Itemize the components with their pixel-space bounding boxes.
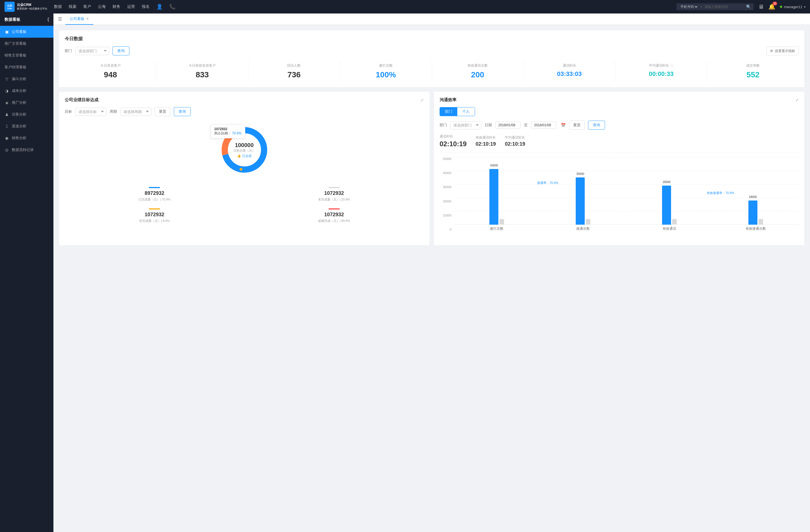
nav-person-icon[interactable]: 👤	[156, 4, 163, 10]
channel-label: 渠道分析	[12, 124, 27, 129]
tab-bar: ☰ 公司看板 ✕	[53, 14, 810, 25]
x-label-connect: 接通次数	[540, 226, 626, 231]
donut-chart: 1072932 所占比例： 70.9%	[216, 122, 273, 178]
nav-phone-icon[interactable]: 📞	[169, 4, 176, 10]
bar-dial-gray	[500, 219, 504, 225]
bar-chart: 50000 40000 30000 20000 10000 0	[440, 157, 799, 239]
bar-group-dial: 43000	[454, 157, 540, 225]
exceeded-line	[328, 209, 340, 210]
exceeded-value: 1072932	[247, 212, 422, 218]
channel-icon: ⑄	[4, 124, 9, 129]
setting-icon: ⚙	[770, 49, 773, 53]
stat-dial-label: 拨打次数	[343, 63, 428, 68]
sidebar-item-promo-analysis[interactable]: ◈ 推广分析	[0, 97, 53, 109]
goal-target-select[interactable]: 请选择目标	[75, 108, 106, 116]
donut-chart-container: 1072932 所占比例： 70.9%	[65, 122, 424, 178]
y-axis: 50000 40000 30000 20000 10000 0	[440, 157, 453, 231]
comm-expand-btn[interactable]: ⤢	[795, 98, 799, 102]
bar-connect-blue: 35000	[576, 178, 585, 225]
promo-analysis-label: 推广分析	[12, 100, 27, 105]
stat-effective-first-label: 今日有效首咨客户	[160, 63, 244, 68]
stat-effective-first-value: 833	[160, 70, 244, 79]
bar-connect-main: 35000	[576, 178, 585, 225]
search-button[interactable]: 🔍	[746, 4, 751, 9]
sidebar-item-cost[interactable]: ◑ 成本分析	[0, 85, 53, 97]
comm-call-duration-stat: 通话时长 02:10:19	[440, 134, 467, 148]
personal-tab-btn[interactable]: 个人	[457, 107, 475, 116]
stat-revisit-label: 回访人数	[252, 63, 336, 68]
y-label-10000: 10000	[440, 214, 453, 217]
nav-data[interactable]: 数据	[54, 4, 62, 9]
goal-period-label: 周期	[110, 109, 117, 114]
help-icon[interactable]: ⓘ	[670, 63, 674, 68]
funnel-label: 漏斗分析	[12, 77, 27, 82]
comm-dept-label: 部门	[440, 122, 447, 128]
comm-date-from[interactable]	[495, 121, 521, 129]
stat-effective-calls-label: 有效通话次数	[435, 63, 520, 68]
sidebar-item-manager-board[interactable]: 客户经理看板	[0, 61, 53, 73]
search-type-select[interactable]: 手机号码	[679, 4, 698, 9]
should-complete-value: 1072932	[67, 212, 242, 218]
comm-panel: 沟通效率 ⤢ 部门 个人 部门 请选择部门	[434, 92, 804, 245]
sidebar-item-funnel[interactable]: ▽ 漏斗分析	[0, 73, 53, 85]
search-input[interactable]	[704, 5, 744, 9]
tab-close-btn[interactable]: ✕	[86, 17, 89, 21]
sidebar-item-data-flow[interactable]: ◎ 数据流转记录	[0, 144, 53, 156]
goal-reset-btn[interactable]: 重置	[155, 107, 171, 116]
sidebar-title: 数据看板	[4, 17, 20, 22]
stat-deals-label: 成交单数	[711, 63, 795, 68]
comm-effective-value: 02:10:19	[475, 141, 496, 147]
nav-items: 数据 线索 客户 公海 财务 运营 报名 👤 📞	[54, 4, 676, 10]
sidebar-item-sales-analysis[interactable]: ◉ 销售分析	[0, 132, 53, 144]
comm-date-to[interactable]	[531, 121, 556, 129]
user-dropdown-icon[interactable]: ▾	[804, 5, 806, 9]
tab-menu-toggle[interactable]: ☰	[58, 16, 62, 22]
donut-center: 100000 目标总量（元） 👍 已达成	[233, 142, 255, 158]
goal-period-select[interactable]: 请选择周期	[120, 108, 151, 116]
nav-customers[interactable]: 客户	[83, 4, 91, 9]
y-label-0: 0	[440, 228, 453, 231]
nav-sea[interactable]: 公海	[98, 4, 106, 9]
visitor-label: 访客分析	[12, 112, 27, 117]
goal-query-btn[interactable]: 查询	[174, 107, 191, 116]
today-data-card: 今日数据 部门 请选择部门 查询 ⚙ 设置显示指标	[59, 30, 804, 87]
goal-expand-btn[interactable]: ⤢	[420, 98, 424, 102]
nav-operations[interactable]: 运营	[127, 4, 135, 9]
bar-pair-eff-connect: 18000	[715, 200, 796, 225]
sidebar-item-sales-board[interactable]: 销售主管看板	[0, 49, 53, 61]
comm-call-duration-value: 02:10:19	[440, 140, 467, 148]
donut-achievement-badge: 👍 已达成	[233, 154, 255, 158]
comm-call-duration-label: 通话时长	[440, 134, 467, 139]
tooltip-value: 1072932	[214, 127, 242, 131]
data-flow-label: 数据流转记录	[12, 147, 34, 152]
nav-leads[interactable]: 线索	[69, 4, 77, 9]
notification-icon[interactable]: 🔔 5	[768, 3, 775, 10]
comm-avg-value: 02:10:19	[505, 141, 525, 147]
user-info[interactable]: manager11 ▾	[780, 5, 806, 9]
bar-dial-blue: 43000	[489, 169, 498, 225]
sidebar-header: 数据看板 ⟨	[0, 14, 53, 26]
nav-finance[interactable]: 财务	[113, 4, 120, 9]
sidebar-item-channel[interactable]: ⑄ 渠道分析	[0, 120, 53, 132]
calendar-icon[interactable]: 📅	[561, 123, 566, 127]
sidebar-item-company-board[interactable]: ▣ 公司看板	[0, 26, 53, 38]
today-query-btn[interactable]: 查询	[113, 46, 129, 55]
stat-avg-duration-label: 平均通话时长 ⓘ	[619, 63, 703, 68]
sidebar-item-promo-board[interactable]: 推广主管看板	[0, 38, 53, 49]
dept-tab-btn[interactable]: 部门	[440, 107, 457, 116]
sales-analysis-icon: ◉	[4, 136, 9, 140]
comm-avg-stat: 平均通话时长 02:10:19	[505, 135, 525, 147]
bar-eff-connect-blue: 18000	[748, 200, 757, 225]
monitor-icon[interactable]: 🖥	[758, 4, 764, 10]
dept-select[interactable]: 请选择部门	[75, 47, 109, 55]
stat-first-consult-value: 948	[68, 70, 153, 79]
tab-company-board[interactable]: 公司看板 ✕	[65, 14, 93, 25]
comm-dept-select[interactable]: 请选择部门	[450, 121, 481, 129]
bar-pair-dial: 43000	[456, 169, 538, 225]
sidebar-collapse-btn[interactable]: ⟨	[47, 17, 49, 22]
comm-reset-btn[interactable]: 重置	[569, 121, 585, 130]
setting-display-btn[interactable]: ⚙ 设置显示指标	[766, 47, 799, 55]
comm-query-btn[interactable]: 查询	[588, 121, 605, 130]
nav-signup[interactable]: 报名	[142, 4, 150, 9]
sidebar-item-visitor[interactable]: ♟ 访客分析	[0, 109, 53, 120]
